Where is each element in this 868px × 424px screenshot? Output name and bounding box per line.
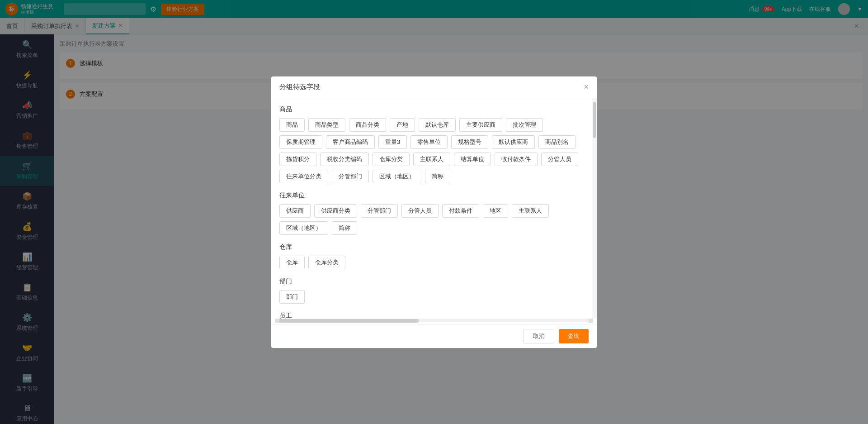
field-tag[interactable]: 主联系人 xyxy=(413,152,450,166)
field-tag[interactable]: 保质期管理 xyxy=(279,135,322,149)
field-tag[interactable]: 往来单位分类 xyxy=(279,170,328,183)
modal-overlay: 分组待选字段 × 商品商品商品类型商品分类产地默认仓库主要供应商批次管理保质期管… xyxy=(0,0,868,424)
field-tag[interactable]: 默认仓库 xyxy=(419,118,456,132)
field-tags: 部门 xyxy=(279,290,584,304)
section-title: 商品 xyxy=(279,105,584,114)
field-tag[interactable]: 规格型号 xyxy=(451,135,488,149)
field-tag[interactable]: 零售单位 xyxy=(410,135,448,149)
field-tag[interactable]: 结算单位 xyxy=(454,152,491,166)
section-title: 员工 xyxy=(279,312,584,319)
modal-header: 分组待选字段 × xyxy=(271,76,597,98)
field-tags: 供应商供应商分类分管部门分管人员付款条件地区主联系人区域（地区）简称 xyxy=(279,204,584,235)
section-title: 往来单位 xyxy=(279,191,584,200)
field-tag[interactable]: 客户商品编码 xyxy=(326,135,375,149)
field-tag[interactable]: 商品别名 xyxy=(538,135,576,149)
field-tag[interactable]: 供应商 xyxy=(279,204,311,218)
field-tag[interactable]: 简称 xyxy=(332,221,357,235)
field-tag[interactable]: 分管人员 xyxy=(401,204,439,218)
vscroll-thumb[interactable] xyxy=(593,102,596,138)
field-tag[interactable]: 商品 xyxy=(279,118,305,132)
confirm-button[interactable]: 查询 xyxy=(559,329,589,343)
field-tags: 仓库仓库分类 xyxy=(279,256,584,269)
field-tag[interactable]: 批次管理 xyxy=(506,118,543,132)
field-tag[interactable]: 付款条件 xyxy=(442,204,479,218)
field-tag[interactable]: 重量3 xyxy=(378,135,407,149)
field-section-仓库: 仓库仓库仓库分类 xyxy=(279,243,584,269)
field-tag[interactable]: 分管部门 xyxy=(332,170,369,183)
field-tag[interactable]: 地区 xyxy=(483,204,508,218)
field-tag[interactable]: 拣货积分 xyxy=(279,152,316,166)
field-tag[interactable]: 收付款条件 xyxy=(495,152,538,166)
field-tag[interactable]: 主要供应商 xyxy=(459,118,502,132)
field-section-往来单位: 往来单位供应商供应商分类分管部门分管人员付款条件地区主联系人区域（地区）简称 xyxy=(279,191,584,235)
field-tags: 商品商品类型商品分类产地默认仓库主要供应商批次管理保质期管理客户商品编码重量3零… xyxy=(279,118,584,183)
section-title: 部门 xyxy=(279,277,584,286)
field-tag[interactable]: 产地 xyxy=(390,118,415,132)
modal-close-btn[interactable]: × xyxy=(584,83,589,91)
field-tag[interactable]: 仓库分类 xyxy=(308,256,345,269)
hscroll-left-btn[interactable] xyxy=(275,319,279,323)
field-section-部门: 部门部门 xyxy=(279,277,584,304)
field-tag[interactable]: 仓库 xyxy=(279,256,305,269)
field-select-modal: 分组待选字段 × 商品商品商品类型商品分类产地默认仓库主要供应商批次管理保质期管… xyxy=(271,76,597,348)
field-tag[interactable]: 仓库分类 xyxy=(373,152,410,166)
field-tag[interactable]: 供应商分类 xyxy=(314,204,357,218)
modal-title: 分组待选字段 xyxy=(279,83,320,91)
hscroll-thumb[interactable] xyxy=(275,319,419,323)
field-tag[interactable]: 分管人员 xyxy=(541,152,578,166)
hscroll-right-btn[interactable] xyxy=(589,319,593,323)
field-tag[interactable]: 区域（地区） xyxy=(279,221,328,235)
field-tag[interactable]: 商品类型 xyxy=(308,118,345,132)
field-tag[interactable]: 默认供应商 xyxy=(492,135,535,149)
field-section-员工: 员工业务员 xyxy=(279,312,584,319)
field-tag[interactable]: 分管部门 xyxy=(361,204,398,218)
field-section-商品: 商品商品商品类型商品分类产地默认仓库主要供应商批次管理保质期管理客户商品编码重量… xyxy=(279,105,584,183)
modal-body: 商品商品商品类型商品分类产地默认仓库主要供应商批次管理保质期管理客户商品编码重量… xyxy=(271,98,592,319)
field-tag[interactable]: 主联系人 xyxy=(512,204,549,218)
field-tag[interactable]: 简称 xyxy=(425,170,450,183)
modal-footer: 取消 查询 xyxy=(271,324,597,348)
field-tag[interactable]: 税收分类编码 xyxy=(320,152,369,166)
cancel-button[interactable]: 取消 xyxy=(524,329,554,343)
field-tag[interactable]: 区域（地区） xyxy=(373,170,421,183)
field-tag[interactable]: 商品分类 xyxy=(349,118,386,132)
section-title: 仓库 xyxy=(279,243,584,251)
field-tag[interactable]: 部门 xyxy=(279,290,305,304)
